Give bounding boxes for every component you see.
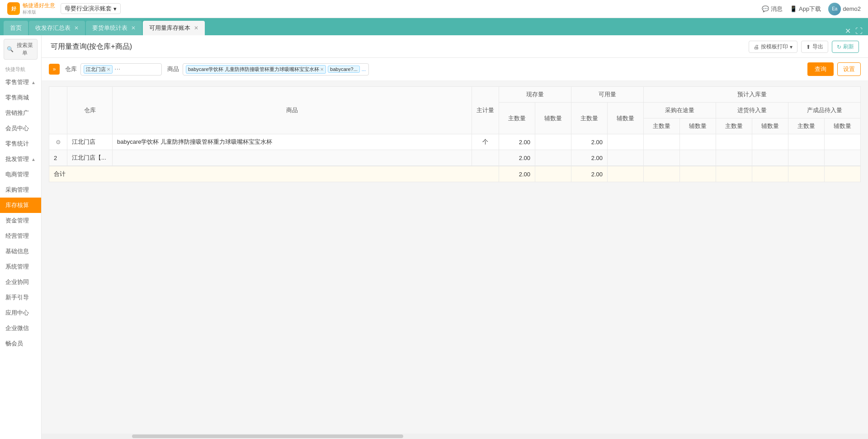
product-tag-1-close[interactable]: ✕ <box>320 67 324 72</box>
product-more-link[interactable]: ... <box>362 66 366 72</box>
chevron-down-icon: ▾ <box>113 5 117 12</box>
tab-orders[interactable]: 要货单统计表 ✕ <box>86 21 142 35</box>
top-bar-left: 好 畅捷通好生意 标准版 母婴行业演示账套 ▾ <box>7 2 121 15</box>
tab-receipts[interactable]: 收发存汇总表 ✕ <box>29 21 85 35</box>
sidebar-item-newbie[interactable]: 新手引导 <box>0 290 41 305</box>
td-pur-transit-aux-2 <box>680 150 716 166</box>
tab-available[interactable]: 可用量库存账本 ✕ <box>143 21 205 35</box>
th-index <box>49 87 67 134</box>
warehouse-tag-close[interactable]: ✕ <box>107 67 110 72</box>
arrow-icon: ▲ <box>31 80 36 85</box>
industry-label: 母婴行业演示账套 <box>65 5 112 13</box>
page-title: 可用量查询(按仓库+商品) <box>51 42 132 56</box>
industry-selector[interactable]: 母婴行业演示账套 ▾ <box>61 3 121 14</box>
app-download-btn[interactable]: 📱 App下载 <box>790 5 821 13</box>
th-current-stock: 现存量 <box>499 87 571 103</box>
print-label: 按模板打印 <box>761 43 788 51</box>
content-area: 可用量查询(按仓库+商品) 🖨 按模板打印 ▾ ⬆ 导出 ↻ 刷新 <box>42 35 868 439</box>
td-current-main-2: 2.00 <box>499 150 535 166</box>
td-incoming-aux-1 <box>752 134 788 150</box>
refresh-btn[interactable]: ↻ 刷新 <box>832 41 859 53</box>
gear-icon: ⚙ <box>56 139 61 146</box>
th-incoming-pending: 进货待入量 <box>716 103 788 118</box>
th-current-main: 主数量 <box>499 103 535 134</box>
td-index-2: 2 <box>49 150 67 166</box>
th-pur-transit-aux: 辅数量 <box>680 118 716 134</box>
sidebar-item-finance[interactable]: 资金管理 <box>0 213 41 228</box>
sidebar-item-purchase[interactable]: 采购管理 <box>0 182 41 198</box>
sidebar-item-inventory[interactable]: 库存核算 <box>0 198 41 213</box>
main-layout: 🔍 搜索菜单 快捷导航 零售管理 ▲ 零售商城 营销推广 会员中心 零售统计 批… <box>0 35 868 439</box>
search-icon: 🔍 <box>7 46 14 52</box>
td-available-aux-2 <box>608 150 644 166</box>
setting-btn[interactable]: 设置 <box>837 62 861 76</box>
sidebar-item-member2[interactable]: 畅会员 <box>0 336 41 351</box>
logo-area: 好 畅捷通好生意 标准版 <box>7 2 55 15</box>
th-main-unit: 主计量 <box>472 87 499 134</box>
footer-label: 合计 <box>49 166 499 182</box>
sidebar-item-ecommerce[interactable]: 电商管理 <box>0 167 41 182</box>
query-btn[interactable]: 查询 <box>807 62 834 76</box>
filter-expand-btn[interactable]: » <box>49 64 60 75</box>
product-filter-group: 商品 babycare学饮杯 儿童防摔防撞吸管杯重力球吸嘴杯宝宝水杯 ✕ bab… <box>167 63 369 76</box>
print-template-btn[interactable]: 🖨 按模板打印 ▾ <box>749 41 797 53</box>
tab-home[interactable]: 首页 <box>4 21 28 35</box>
username-label: demo2 <box>843 5 861 12</box>
td-incoming-aux-2 <box>752 150 788 166</box>
export-icon: ⬆ <box>806 44 811 50</box>
horizontal-scrollbar[interactable] <box>42 434 868 439</box>
sidebar-item-retail-shop[interactable]: 零售商城 <box>0 90 41 105</box>
tab-receipts-close[interactable]: ✕ <box>74 25 79 31</box>
th-prod-main: 主数量 <box>788 118 825 134</box>
td-current-main-1: 2.00 <box>499 134 535 150</box>
message-btn[interactable]: 💬 消息 <box>762 5 783 13</box>
th-planned-in: 预计入库量 <box>644 87 861 103</box>
sidebar-item-enterprise[interactable]: 企业协同 <box>0 274 41 290</box>
td-unit-1: 个 <box>472 134 499 150</box>
product-filter-input[interactable]: babycare学饮杯 儿童防摔防撞吸管杯重力球吸嘴杯宝宝水杯 ✕ babyca… <box>183 63 369 76</box>
sidebar-item-wholesale-mgmt[interactable]: 批发管理 ▲ <box>0 151 41 167</box>
top-bar: 好 畅捷通好生意 标准版 母婴行业演示账套 ▾ 💬 消息 📱 App下载 Ea <box>0 0 868 18</box>
th-incoming-aux: 辅数量 <box>752 118 788 134</box>
tab-orders-close[interactable]: ✕ <box>131 25 136 31</box>
th-incoming-main: 主数量 <box>716 118 752 134</box>
td-current-aux-1 <box>535 134 571 150</box>
tab-orders-label: 要货单统计表 <box>92 24 127 32</box>
sidebar-item-member[interactable]: 会员中心 <box>0 121 41 136</box>
tab-available-label: 可用量库存账本 <box>149 24 190 32</box>
td-available-aux-1 <box>608 134 644 150</box>
close-all-tabs-btn[interactable]: ✕ <box>843 27 853 35</box>
td-product-1: babycare学饮杯 儿童防摔防撞吸管杯重力球吸嘴杯宝宝水杯 <box>113 134 472 150</box>
sidebar-item-retail-stats[interactable]: 零售统计 <box>0 136 41 151</box>
scrollbar-thumb[interactable] <box>132 434 403 438</box>
footer-available-aux <box>608 166 644 182</box>
logo-icon: 好 <box>7 2 20 15</box>
download-label: App下载 <box>799 5 821 13</box>
gear-cell[interactable]: ⚙ <box>49 134 67 150</box>
sidebar-item-app-center[interactable]: 应用中心 <box>0 305 41 321</box>
user-profile-btn[interactable]: Ea demo2 <box>828 3 861 15</box>
expand-tabs-btn[interactable]: ⛶ <box>854 27 864 35</box>
sidebar-item-marketing[interactable]: 营销推广 <box>0 105 41 121</box>
footer-prod-aux <box>825 166 861 182</box>
tab-available-close[interactable]: ✕ <box>194 25 198 31</box>
sidebar-item-retail-mgmt[interactable]: 零售管理 ▲ <box>0 75 41 90</box>
footer-pur-transit-main <box>644 166 680 182</box>
td-incoming-main-2 <box>716 150 752 166</box>
warehouse-filter-group: 仓库 江北门店 ✕ ··· <box>65 63 162 76</box>
td-pur-transit-main-2 <box>644 150 680 166</box>
td-pur-transit-main-1 <box>644 134 680 150</box>
nav-tabs: 首页 收发存汇总表 ✕ 要货单统计表 ✕ 可用量库存账本 ✕ ✕ ⛶ <box>0 18 868 35</box>
td-prod-main-1 <box>788 134 825 150</box>
export-btn[interactable]: ⬆ 导出 <box>801 41 828 53</box>
warehouse-filter-input[interactable]: 江北门店 ✕ ··· <box>80 63 162 76</box>
message-label: 消息 <box>771 5 783 13</box>
tab-home-label: 首页 <box>10 24 22 32</box>
sidebar-item-system[interactable]: 系统管理 <box>0 259 41 274</box>
sidebar-item-basic-info[interactable]: 基础信息 <box>0 244 41 259</box>
sidebar-item-operations[interactable]: 经营管理 <box>0 228 41 244</box>
search-menu-label: 搜索菜单 <box>15 42 34 57</box>
td-prod-aux-1 <box>825 134 861 150</box>
sidebar-item-enterprise-wx[interactable]: 企业微信 <box>0 321 41 336</box>
search-menu-btn[interactable]: 🔍 搜索菜单 <box>4 39 38 60</box>
